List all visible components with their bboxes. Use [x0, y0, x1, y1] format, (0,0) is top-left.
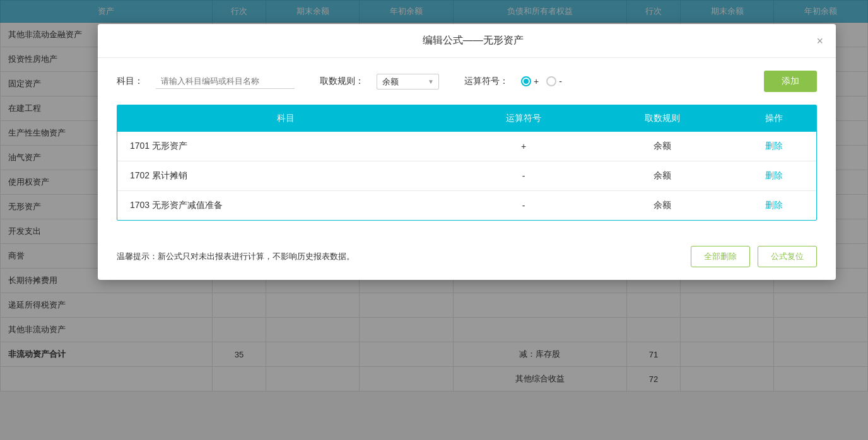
modal-close-button[interactable]: × — [816, 35, 823, 47]
subject-label: 科目： — [117, 76, 143, 87]
operator-minus-label: - — [559, 76, 562, 86]
modal-footer: 温馨提示：新公式只对未出报表进行计算，不影响历史报表数据。 全部删除 公式复位 — [98, 233, 836, 267]
add-button[interactable]: 添加 — [764, 71, 817, 92]
table-row: 1701 无形资产 + 余额 删除 — [117, 132, 816, 161]
modal-dialog: 编辑公式——无形资产 × 科目： 取数规则： 余额 借方发生额 贷方发生额 运算… — [98, 24, 836, 280]
cell-rule: 余额 — [593, 132, 732, 161]
operator-radio-group: + - — [521, 76, 562, 86]
subject-input[interactable] — [156, 74, 295, 89]
radio-plus-circle — [521, 76, 531, 86]
cell-rule: 余额 — [593, 161, 732, 191]
cell-subject: 1703 无形资产减值准备 — [117, 191, 454, 221]
reset-formula-button[interactable]: 公式复位 — [758, 246, 817, 267]
delete-button-1[interactable]: 删除 — [765, 141, 783, 151]
form-row: 科目： 取数规则： 余额 借方发生额 贷方发生额 运算符号： + - 添加 — [98, 58, 836, 105]
modal-header: 编辑公式——无形资产 × — [98, 24, 836, 58]
rule-label: 取数规则： — [320, 76, 364, 87]
footer-buttons: 全部删除 公式复位 — [691, 246, 817, 267]
cell-operator: + — [454, 132, 593, 161]
operator-plus-label: + — [534, 76, 539, 86]
th-operator: 运算符号 — [454, 105, 593, 132]
cell-rule: 余额 — [593, 191, 732, 221]
formula-table-wrapper: 科目 运算符号 取数规则 操作 1701 无形资产 + 余额 删除 1702 累… — [117, 105, 817, 221]
radio-minus-circle — [546, 76, 556, 86]
cell-subject: 1701 无形资产 — [117, 132, 454, 161]
operator-minus-radio[interactable]: - — [546, 76, 562, 86]
delete-button-3[interactable]: 删除 — [765, 200, 783, 210]
modal-title: 编辑公式——无形资产 — [129, 34, 816, 47]
table-row: 1703 无形资产减值准备 - 余额 删除 — [117, 191, 816, 221]
cell-operator: - — [454, 191, 593, 221]
table-header-row: 科目 运算符号 取数规则 操作 — [117, 105, 816, 132]
hint-text: 温馨提示：新公式只对未出报表进行计算，不影响历史报表数据。 — [117, 251, 355, 262]
delete-button-2[interactable]: 删除 — [765, 170, 783, 180]
formula-table: 科目 运算符号 取数规则 操作 1701 无形资产 + 余额 删除 1702 累… — [117, 105, 816, 220]
operator-label: 运算符号： — [464, 76, 508, 87]
rule-select-wrapper: 余额 借方发生额 贷方发生额 — [377, 74, 439, 90]
table-row: 1702 累计摊销 - 余额 删除 — [117, 161, 816, 191]
cell-action: 删除 — [732, 132, 816, 161]
cell-action: 删除 — [732, 191, 816, 221]
th-rule: 取数规则 — [593, 105, 732, 132]
rule-select[interactable]: 余额 借方发生额 贷方发生额 — [377, 74, 439, 90]
delete-all-button[interactable]: 全部删除 — [691, 246, 750, 267]
cell-subject: 1702 累计摊销 — [117, 161, 454, 191]
cell-operator: - — [454, 161, 593, 191]
cell-action: 删除 — [732, 161, 816, 191]
th-subject: 科目 — [117, 105, 454, 132]
operator-plus-radio[interactable]: + — [521, 76, 539, 86]
th-action: 操作 — [732, 105, 816, 132]
